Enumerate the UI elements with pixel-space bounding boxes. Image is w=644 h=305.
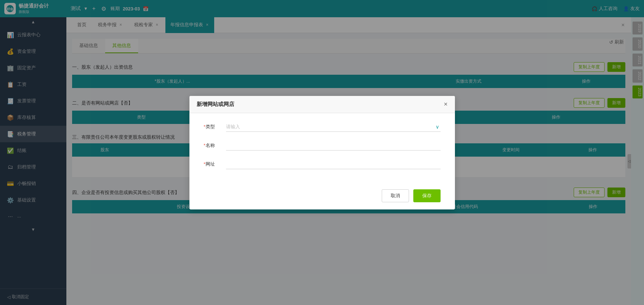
form-row-name: *名称: [204, 140, 441, 151]
type-input-wrap: ∨: [226, 122, 441, 132]
name-required: *: [204, 143, 206, 148]
type-label: *类型: [204, 124, 222, 130]
dialog-overlay[interactable]: 新增网站或网店 × *类型 ∨ *名称: [0, 0, 644, 305]
dialog-title: 新增网站或网店: [197, 101, 234, 108]
form-row-type: *类型 ∨: [204, 122, 441, 132]
type-required: *: [204, 124, 206, 129]
cancel-button[interactable]: 取消: [382, 189, 409, 202]
name-input-wrap: [226, 140, 441, 151]
name-input[interactable]: [226, 140, 441, 151]
form-row-url: *网址: [204, 159, 441, 169]
url-label: *网址: [204, 161, 222, 167]
url-input[interactable]: [226, 159, 441, 169]
type-input[interactable]: [226, 122, 441, 132]
name-label: *名称: [204, 142, 222, 149]
dialog-add-website: 新增网站或网店 × *类型 ∨ *名称: [189, 96, 455, 209]
dialog-body: *类型 ∨ *名称 *网址: [189, 113, 455, 185]
url-input-wrap: [226, 159, 441, 169]
dialog-header: 新增网站或网店 ×: [189, 96, 455, 113]
save-button[interactable]: 保存: [413, 189, 441, 202]
dialog-footer: 取消 保存: [189, 185, 455, 209]
url-required: *: [204, 161, 206, 167]
dialog-close-button[interactable]: ×: [444, 101, 448, 107]
